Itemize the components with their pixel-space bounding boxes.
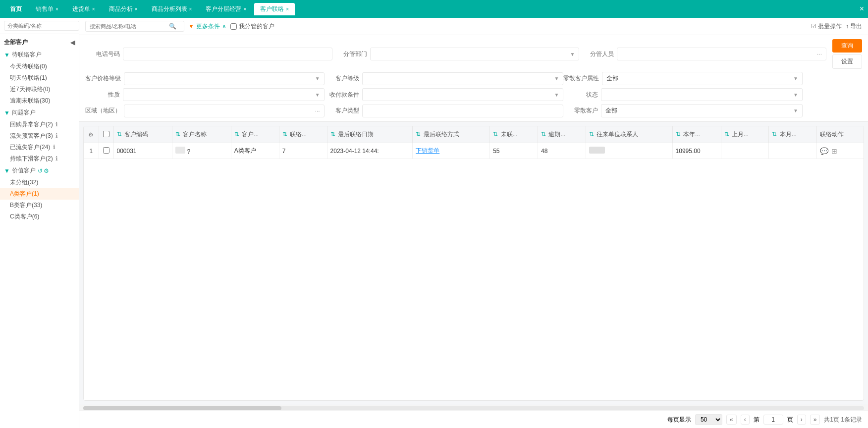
row-lastcontactmethod: 下销货单 — [413, 143, 490, 159]
sidebar-search-input[interactable] — [4, 21, 79, 31]
sort-icon6[interactable]: ⇅ — [416, 131, 421, 138]
region-label: 区域（地区） — [85, 107, 121, 115]
main-layout: 🔍 全部客户 ◀ ▼ 待联络客户 今天待联络(0) 明天待联络(1) 近7天待联… — [0, 18, 868, 428]
per-page-select[interactable]: 50 100 200 — [695, 414, 722, 425]
sidebar-item-class-b[interactable]: B类客户(33) — [0, 200, 79, 211]
arrow-down-icon3: ▼ — [4, 167, 10, 174]
filter-search-icon[interactable]: 🔍 — [169, 23, 176, 30]
contact-method-link[interactable]: 下销货单 — [416, 147, 439, 154]
sidebar-collapse-icon[interactable]: ◀ — [70, 39, 75, 46]
value-settings-icon[interactable]: ⚙ — [44, 167, 49, 174]
filter-cell-phone: 电话号码 — [85, 48, 332, 60]
sidebar-group-pending[interactable]: ▼ 待联络客户 — [0, 49, 79, 61]
person-input[interactable]: ··· — [617, 48, 826, 60]
sidebar-item-today[interactable]: 今天待联络(0) — [0, 61, 79, 72]
nature-label: 性质 — [85, 91, 120, 99]
sort-icon9[interactable]: ⇅ — [589, 131, 594, 138]
filter-search-input[interactable] — [90, 23, 169, 29]
sidebar-item-churn-warning[interactable]: 流失预警客户(3) ℹ — [0, 130, 79, 142]
dept-select[interactable]: ▼ — [370, 48, 580, 60]
page-number-input[interactable] — [763, 415, 783, 425]
sort-icon[interactable]: ⇅ — [117, 131, 122, 138]
sidebar-item-class-c[interactable]: C类客户(6) — [0, 211, 79, 222]
nav-tab-analysis[interactable]: 商品分析 × — [103, 3, 144, 15]
row-contactcount: 7 — [279, 143, 327, 159]
close-analysis-tab[interactable]: × — [135, 6, 138, 12]
sidebar-item-churned[interactable]: 已流失客户(24) ℹ — [0, 142, 79, 153]
phone-label: 电话号码 — [85, 50, 120, 58]
nav-tab-customer-contact[interactable]: 客户联络 × — [254, 3, 295, 15]
scroll-thumb[interactable] — [83, 406, 281, 410]
close-customer-contact-tab[interactable]: × — [286, 6, 289, 12]
status-select[interactable]: ▼ — [601, 88, 803, 101]
close-window-button[interactable]: × — [860, 4, 864, 13]
sidebar-item-overdue[interactable]: 逾期未联络(30) — [0, 95, 79, 107]
row-checkbox[interactable] — [103, 147, 109, 154]
retailcustomer-select[interactable]: 全部 ▼ — [601, 104, 803, 117]
nav-home[interactable]: 首页 — [4, 3, 28, 15]
status-arrow-icon: ▼ — [793, 92, 798, 98]
all-customers-header[interactable]: 全部客户 ◀ — [0, 34, 79, 49]
batch-op-button[interactable]: ☑ 批量操作 — [811, 22, 842, 31]
sidebar-item-7days[interactable]: 近7天待联络(0) — [0, 84, 79, 95]
sort-icon5[interactable]: ⇅ — [330, 131, 335, 138]
last-page-button[interactable]: » — [810, 415, 820, 425]
region-dots-icon: ··· — [315, 107, 320, 114]
close-sales-tab[interactable]: × — [55, 6, 58, 12]
first-page-button[interactable]: « — [726, 415, 737, 425]
pricelevel-select[interactable]: ▼ — [124, 72, 325, 85]
th-gear[interactable]: ⚙ — [84, 126, 99, 143]
phone-input[interactable] — [123, 48, 332, 60]
gear-icon[interactable]: ⚙ — [88, 131, 94, 138]
sidebar-group-problem[interactable]: ▼ 问题客户 — [0, 107, 79, 119]
my-customers-checkbox[interactable] — [230, 23, 237, 30]
setting-button[interactable]: 设置 — [832, 54, 862, 69]
nav-tab-customer-tier[interactable]: 客户分层经营 × — [200, 3, 252, 15]
value-refresh-icon[interactable]: ↺ — [38, 167, 43, 174]
nav-tab-analysis-list[interactable]: 商品分析列表 × — [146, 3, 198, 15]
filter-row-2: 客户价格等级 ▼ 客户等级 ▼ 零散客户属性 全部 — [85, 72, 862, 85]
paycondition-select[interactable]: ▼ — [362, 88, 564, 101]
nav-tab-sales[interactable]: 销售单 × — [30, 3, 64, 15]
sidebar-item-ungrouped[interactable]: 未分组(32) — [0, 177, 79, 188]
arrow-down-icon: ▼ — [4, 52, 10, 58]
customerlevel-select[interactable]: ▼ — [362, 72, 564, 85]
export-button[interactable]: ↑ 导出 — [846, 22, 862, 31]
sidebar-item-declining[interactable]: 持续下滑客户(2) ℹ — [0, 153, 79, 164]
chat-icon[interactable]: 💬 — [820, 147, 828, 155]
close-purchase-tab[interactable]: × — [92, 6, 95, 12]
sidebar-item-class-a[interactable]: A类客户(1) — [0, 188, 79, 200]
sort-icon7[interactable]: ⇅ — [493, 131, 498, 138]
sort-icon3[interactable]: ⇅ — [234, 131, 239, 138]
sort-icon12[interactable]: ⇅ — [772, 131, 777, 138]
horizontal-scrollbar[interactable] — [79, 405, 868, 411]
close-customer-tier-tab[interactable]: × — [243, 6, 246, 12]
sort-icon4[interactable]: ⇅ — [282, 131, 287, 138]
close-analysis-list-tab[interactable]: × — [189, 6, 192, 12]
sort-icon10[interactable]: ⇅ — [676, 131, 681, 138]
batch-check-icon: ☑ — [811, 23, 816, 30]
region-input[interactable]: ··· — [124, 105, 325, 117]
qr-icon[interactable]: ⊞ — [831, 147, 837, 155]
query-button[interactable]: 查询 — [832, 39, 862, 53]
filter-cell-pricelevel: 客户价格等级 ▼ — [85, 72, 325, 85]
nav-tab-purchase[interactable]: 进货单 × — [66, 3, 101, 15]
sort-icon8[interactable]: ⇅ — [541, 131, 546, 138]
unit-contact-avatar — [589, 147, 605, 154]
dept-label: 分管部门 — [332, 50, 367, 58]
sidebar-group-value[interactable]: ▼ 价值客户 ↺ ⚙ — [0, 164, 79, 177]
sidebar-item-repurchase-abnormal[interactable]: 回购异常客户(2) ℹ — [0, 119, 79, 130]
select-all-checkbox[interactable] — [103, 131, 109, 137]
sort-icon2[interactable]: ⇅ — [175, 131, 180, 138]
next-page-button[interactable]: › — [797, 415, 806, 425]
row-checkbox-cell[interactable] — [99, 143, 113, 159]
sidebar-item-tomorrow[interactable]: 明天待联络(1) — [0, 72, 79, 84]
my-customers-filter[interactable]: 我分管的客户 — [230, 22, 274, 31]
customertype-input[interactable] — [362, 105, 564, 117]
retailattr-select[interactable]: 全部 ▼ — [602, 72, 803, 85]
nature-select[interactable]: ▼ — [123, 88, 325, 101]
th-checkbox[interactable] — [99, 126, 113, 143]
sort-icon11[interactable]: ⇅ — [724, 131, 729, 138]
filter-more-button[interactable]: ▼ 更多条件 ∧ — [188, 22, 226, 31]
prev-page-button[interactable]: ‹ — [741, 415, 750, 425]
